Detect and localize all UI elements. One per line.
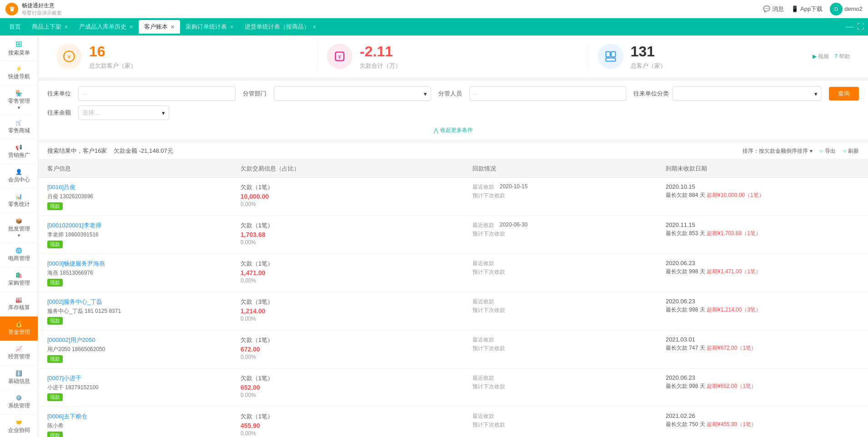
recovery-next-5: 预计下次收款 — [472, 345, 666, 352]
sidebar-item-basic-info[interactable]: ℹ️ 基础信息 — [0, 366, 38, 390]
overdue-link-7[interactable]: 超期¥455.90（1笔） — [707, 421, 757, 427]
overdue-link-3[interactable]: 超期¥1,471.00（1笔） — [707, 268, 761, 275]
recent-label-2: 最近收款 — [472, 221, 494, 229]
chevron-down-icon-wholesale: ▾ — [2, 233, 36, 238]
filter-source-unit: 往来单位 ··· — [47, 86, 236, 101]
result-customer-count: 搜索结果中，客户16家 — [47, 147, 107, 154]
dept-select[interactable]: ▾ — [274, 86, 431, 101]
next-label-1: 预计下次收款 — [472, 192, 505, 200]
customer-info-3: [0003]畅捷服务尹海燕 海燕 18513066976 现款 — [47, 260, 241, 286]
overdue-link-5[interactable]: 超期¥672.00（1笔） — [707, 345, 757, 351]
debt-title-1: 欠款（1笔） — [241, 183, 472, 191]
collapse-button[interactable]: ⋀ 收起更多条件 — [47, 125, 859, 136]
sidebar-quick-nav-label: 快捷导航 — [2, 73, 36, 80]
sidebar-item-system[interactable]: ⚙️ 系统管理 — [0, 390, 38, 415]
video-button[interactable]: ▶ 视频 — [813, 53, 829, 60]
debt-info-5: 欠款（1笔） 672.00 0.00% — [241, 336, 472, 360]
customer-name-6[interactable]: [0007]小进干 — [47, 374, 241, 382]
table-row: [0002]服务中心_丁磊 服务中心_丁磊 181 0125 8371 现款 欠… — [38, 292, 868, 331]
sidebar-item-member-center[interactable]: 👤 会员中心 — [0, 164, 38, 189]
sidebar-item-inventory[interactable]: 🏭 库存核算 — [0, 292, 38, 316]
query-button[interactable]: 查询 — [829, 87, 859, 100]
customer-name-7[interactable]: [0006]去下粮仓 — [47, 412, 241, 421]
overdue-link-2[interactable]: 超期¥1,703.68（1笔） — [707, 230, 761, 236]
sidebar-search[interactable]: ⊞ 搜索菜单 — [0, 35, 38, 61]
tab-product-on-off[interactable]: 商品上下架 ✕ — [26, 20, 74, 34]
customer-name-4[interactable]: [0002]服务中心_丁磊 — [47, 298, 241, 306]
table-row: [0016]吕俊 吕俊 13026203696 现款 欠款（1笔） 10,000… — [38, 178, 868, 216]
sidebar-item-wholesale-mgmt[interactable]: 📦 批发管理 ▾ — [0, 213, 38, 243]
top-bar: ♛ 畅捷通好生意 母婴行业演示账套 💬 消息 📱 App下载 D demo2 — [0, 0, 868, 18]
customer-name-1[interactable]: [0016]吕俊 — [47, 183, 241, 191]
debt-title-7: 欠款（1笔） — [241, 412, 472, 421]
svg-rect-6 — [606, 58, 615, 61]
recovery-next-4: 预计下次收款 — [472, 306, 666, 314]
help-button[interactable]: ? 帮助 — [834, 53, 850, 60]
user-profile[interactable]: D demo2 — [830, 3, 863, 15]
sidebar-capital-label: 资金管理 — [2, 328, 36, 336]
sidebar-item-marketing[interactable]: 📢 营销推广 — [0, 140, 38, 164]
tab-close-customer-account[interactable]: ✕ — [171, 24, 175, 30]
debt-info-4: 欠款（3笔） 1,214.00 0.00% — [241, 298, 472, 322]
svg-text:¥: ¥ — [338, 54, 341, 60]
customer-contact-7: 陈小希 — [47, 422, 241, 430]
tab-close-purchase-stat[interactable]: ✕ — [312, 24, 316, 30]
tab-customer-account[interactable]: 客户账本 ✕ — [139, 20, 180, 34]
sidebar-item-business[interactable]: 📈 经营管理 — [0, 341, 38, 366]
balance-select[interactable]: 选择... ▾ — [78, 105, 169, 120]
tab-home[interactable]: 首页 — [4, 20, 26, 34]
overdue-link-1[interactable]: 超期¥10,000.00（1笔） — [707, 192, 764, 198]
app-download-icon: 📱 — [791, 5, 798, 12]
export-button[interactable]: ○ 导出 — [820, 147, 836, 155]
message-button[interactable]: 💬 消息 — [763, 5, 784, 13]
recovery-next-7: 预计下次收款 — [472, 421, 666, 429]
tab-purchase-order[interactable]: 采购订单统计表 ✕ — [180, 20, 239, 34]
overdue-link-4[interactable]: 超期¥1,214.00（3笔） — [707, 306, 761, 313]
tab-product-on-off-label: 商品上下架 — [32, 23, 61, 31]
customer-name-2[interactable]: [0001020001]李老师 — [47, 221, 241, 230]
sort-select[interactable]: 排序：按欠款金额倒序排序 ▾ — [743, 147, 813, 155]
next-label-7: 预计下次收款 — [472, 421, 505, 429]
avatar: D — [830, 3, 843, 15]
manager-input[interactable]: ··· — [469, 86, 627, 101]
date-main-5: 2021.03.01 — [666, 336, 859, 343]
recovery-info-1: 最近收款 2020-10-15 预计下次收款 — [472, 183, 666, 201]
help-label: 帮助 — [839, 53, 850, 60]
customer-name-3[interactable]: [0003]畅捷服务尹海燕 — [47, 260, 241, 268]
sidebar-item-enterprise-collab[interactable]: 🤝 企业协同 — [0, 415, 38, 437]
customer-name-5[interactable]: [000002]用户2050 — [47, 336, 241, 344]
capital-icon: 💰 — [2, 321, 36, 327]
manager-dots: ··· — [473, 90, 478, 97]
date-info-5: 2021.03.01 最长欠款 747 天 超期¥672.00（1笔） — [666, 336, 859, 352]
debt-percent-6: 0.00% — [241, 392, 472, 398]
sidebar-item-retail-mgmt[interactable]: 🏪 零售管理 ▾ — [0, 85, 38, 115]
overdue-link-6[interactable]: 超期¥652.00（1笔） — [707, 383, 757, 389]
tab-close-product-on-off[interactable]: ✕ — [64, 24, 68, 30]
sidebar-item-retail-mall[interactable]: 🛒 零售商城 — [0, 115, 38, 140]
tab-product-history[interactable]: 产成品入库单历史 ✕ — [74, 20, 139, 34]
sidebar-item-purchase[interactable]: 🛍️ 采购管理 — [0, 267, 38, 292]
tab-close-product-history[interactable]: ✕ — [129, 24, 133, 30]
card-total-debt-info: -2.11 欠款合计（万） — [360, 43, 401, 70]
tab-maximize-button[interactable]: ⛶ — [857, 23, 864, 31]
tab-minimize-button[interactable]: — — [846, 23, 853, 31]
logo-sub-text: 母婴行业演示账套 — [22, 10, 62, 16]
recent-date-1: 2020-10-15 — [500, 183, 527, 191]
sidebar-item-retail-stat[interactable]: 📊 零售统计 — [0, 189, 38, 213]
source-unit-input[interactable]: ··· — [78, 86, 236, 101]
refresh-button[interactable]: ○ 刷新 — [843, 147, 859, 155]
tab-close-purchase-order[interactable]: ✕ — [230, 24, 234, 30]
unit-category-select[interactable]: ▾ — [672, 86, 822, 101]
sidebar-item-capital[interactable]: 💰 资金管理 — [0, 316, 38, 341]
sidebar-item-quick-nav[interactable]: ⚡ 快捷导航 — [0, 61, 38, 85]
date-main-4: 2020.06.23 — [666, 298, 859, 305]
recovery-info-3: 最近收款 预计下次收款 — [472, 260, 666, 277]
sidebar-business-label: 经营管理 — [2, 353, 36, 361]
tab-purchase-stat[interactable]: 进货单统计表（按商品） ✕ — [239, 20, 322, 34]
filter-row-1: 往来单位 ··· 分管部门 ▾ 分管人员 ··· — [47, 86, 859, 101]
customer-contact-1: 吕俊 13026203696 — [47, 193, 241, 201]
customer-tag-4: 现款 — [47, 317, 63, 325]
recent-label-4: 最近收款 — [472, 298, 494, 306]
app-download-button[interactable]: 📱 App下载 — [791, 5, 823, 13]
sidebar-item-ecommerce[interactable]: 🌐 电商管理 — [0, 243, 38, 267]
